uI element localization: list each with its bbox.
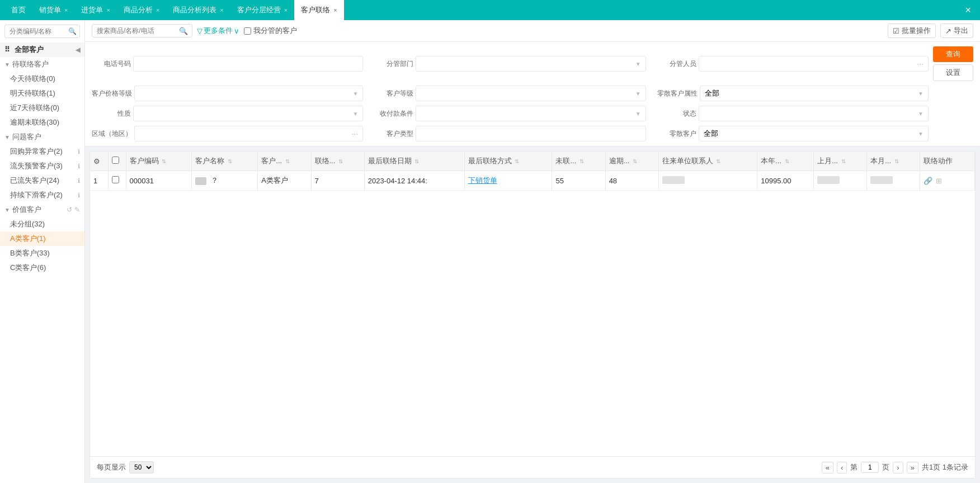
close-icon[interactable]: ×: [284, 7, 288, 13]
retail-attr-input[interactable]: 全部 ▼: [700, 86, 929, 101]
prev-page-button[interactable]: ‹: [837, 462, 847, 473]
query-button[interactable]: 查询: [933, 46, 973, 62]
close-all-button[interactable]: ×: [960, 4, 976, 16]
edit-icon[interactable]: ✎: [74, 206, 80, 214]
sidebar-item-tomorrow[interactable]: 明天待联络(1): [0, 86, 84, 101]
arrow-down-icon: ▼: [4, 207, 10, 213]
region-input[interactable]: ···: [134, 126, 363, 141]
col-last-method[interactable]: 最后联络方式 ⇅: [464, 151, 552, 171]
dept-field: 分管部门 ▼: [374, 56, 646, 72]
sidebar-group-value[interactable]: ▼ 价值客户 ↺ ✎: [0, 202, 84, 217]
setting-button[interactable]: 设置: [933, 64, 973, 81]
sidebar-item-7days[interactable]: 近7天待联络(0): [0, 101, 84, 115]
close-icon[interactable]: ×: [333, 7, 337, 13]
dots-icon: ···: [917, 59, 924, 68]
phone-input[interactable]: [133, 56, 363, 72]
close-icon[interactable]: ×: [220, 7, 223, 13]
close-icon[interactable]: ×: [106, 7, 110, 13]
batch-operation-button[interactable]: ☑ 批量操作: [888, 23, 936, 38]
filter-icon: ▽: [197, 27, 202, 35]
grid-icon[interactable]: ⊞: [936, 177, 942, 185]
sort-icon: ⇅: [716, 158, 720, 164]
nature-field: 性质 ▼: [92, 106, 363, 121]
table-scroll[interactable]: ⚙ 客户编码 ⇅ 客户名称 ⇅: [90, 151, 975, 456]
sidebar-all-customers[interactable]: ⠿ 全部客户 ◀: [0, 42, 84, 57]
topbar-item-customer-contact[interactable]: 客户联络 ×: [294, 0, 343, 20]
close-icon[interactable]: ×: [64, 7, 68, 13]
topbar-item-analysis-list[interactable]: 商品分析列表 ×: [166, 0, 230, 20]
sort-icon: ⇅: [579, 158, 584, 164]
sort-icon: ⇅: [841, 158, 846, 164]
more-conditions-button[interactable]: ▽ 更多条件 ∨: [197, 26, 239, 36]
sidebar-item-a-class[interactable]: A类客户(1): [0, 231, 84, 246]
col-type[interactable]: 客户... ⇅: [258, 151, 311, 171]
sort-icon: ⇅: [414, 158, 419, 164]
filter-search-area: 🔍: [92, 24, 192, 37]
sidebar-item-c-class[interactable]: C类客户(6): [0, 261, 84, 275]
customer-type-input[interactable]: [416, 126, 646, 141]
col-name[interactable]: 客户名称 ⇅: [192, 151, 258, 171]
table-area: ⚙ 客户编码 ⇅ 客户名称 ⇅: [89, 151, 976, 479]
col-last-month[interactable]: 上月... ⇅: [814, 151, 867, 171]
topbar-item-home[interactable]: 首页: [4, 0, 32, 20]
payment-input[interactable]: ▼: [416, 106, 646, 121]
region-field: 区域（地区） ···: [92, 126, 363, 141]
cell-index: 1: [90, 171, 108, 191]
sidebar-item-ungrouped[interactable]: 未分组(32): [0, 217, 84, 231]
cell-contact-count: 7: [311, 171, 364, 191]
filter-search-input[interactable]: [92, 24, 192, 37]
first-page-button[interactable]: «: [822, 462, 833, 473]
row-checkbox[interactable]: [112, 176, 119, 183]
col-no-contact[interactable]: 未联... ⇅: [552, 151, 605, 171]
status-input[interactable]: ▼: [699, 106, 929, 121]
sidebar-item-declining[interactable]: 持续下滑客户(2) ℹ: [0, 188, 84, 202]
my-customers-checkbox[interactable]: 我分管的客户: [244, 26, 297, 36]
sidebar-item-churned[interactable]: 已流失客户(24) ℹ: [0, 173, 84, 188]
topbar-item-purchase[interactable]: 进货单 ×: [74, 0, 116, 20]
col-this-year[interactable]: 本年... ⇅: [757, 151, 814, 171]
topbar-item-customer-tier[interactable]: 客户分层经营 ×: [230, 0, 294, 20]
sidebar-item-overdue[interactable]: 逾期未联络(30): [0, 115, 84, 130]
checkbox-icon: ☑: [893, 27, 899, 35]
topbar-item-analysis[interactable]: 商品分析 ×: [117, 0, 166, 20]
customer-level-input[interactable]: ▼: [416, 86, 646, 101]
chevron-down-icon: ▼: [635, 91, 641, 97]
dept-input[interactable]: ▼: [416, 56, 646, 72]
close-icon[interactable]: ×: [156, 7, 159, 13]
col-this-month[interactable]: 本月... ⇅: [867, 151, 920, 171]
cell-type: A类客户: [258, 171, 311, 191]
price-level-input[interactable]: ▼: [134, 86, 363, 101]
sidebar-item-churn-warning[interactable]: 流失预警客户(3) ℹ: [0, 159, 84, 173]
cell-checkbox[interactable]: [108, 171, 126, 191]
cell-contacts: [658, 171, 757, 191]
sidebar-item-b-class[interactable]: B类客户(33): [0, 246, 84, 261]
next-page-button[interactable]: ›: [893, 462, 903, 473]
sidebar-item-today[interactable]: 今天待联络(0): [0, 72, 84, 86]
page-number-input[interactable]: [861, 462, 879, 473]
sidebar-group-problem[interactable]: ▼ 问题客户: [0, 130, 84, 144]
col-code[interactable]: 客户编码 ⇅: [126, 151, 192, 171]
person-input[interactable]: ···: [699, 56, 929, 72]
col-settings[interactable]: ⚙: [90, 151, 108, 171]
last-page-button[interactable]: »: [907, 462, 918, 473]
settings-icon[interactable]: ⚙: [93, 157, 100, 165]
export-button[interactable]: ↗ 导出: [940, 23, 973, 38]
retail-customer-input[interactable]: 全部 ▼: [699, 126, 929, 141]
refresh-icon[interactable]: ↺: [67, 206, 72, 214]
pagination: 每页显示 50 « ‹ 第 页 › » 共1页 1条记录: [90, 456, 975, 478]
topbar-item-sales[interactable]: 销货单 ×: [32, 0, 74, 20]
select-all-checkbox[interactable]: [112, 157, 119, 164]
sidebar-item-repurchase-abnormal[interactable]: 回购异常客户(2) ℹ: [0, 144, 84, 159]
link-icon[interactable]: 🔗: [924, 177, 932, 185]
page-size-select[interactable]: 50: [129, 461, 154, 473]
sidebar-group-pending[interactable]: ▼ 待联络客户: [0, 57, 84, 72]
nature-input[interactable]: ▼: [133, 106, 363, 121]
col-contacts[interactable]: 往来单位联系人 ⇅: [658, 151, 757, 171]
col-checkbox[interactable]: [108, 151, 126, 171]
sidebar-search-area: 🔍: [0, 20, 84, 42]
data-table: ⚙ 客户编码 ⇅ 客户名称 ⇅: [90, 151, 975, 191]
cell-last-method[interactable]: 下销货单: [464, 171, 552, 191]
col-contact-count[interactable]: 联络... ⇅: [311, 151, 364, 171]
col-last-date[interactable]: 最后联络日期 ⇅: [364, 151, 464, 171]
col-overdue[interactable]: 逾期... ⇅: [605, 151, 658, 171]
